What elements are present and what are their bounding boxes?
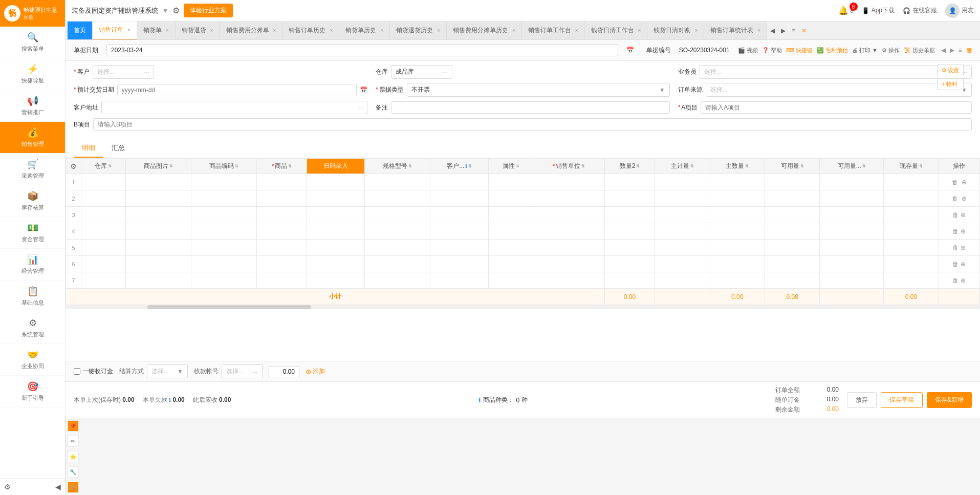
tab-sales-fee[interactable]: 销售费用分摊单 × xyxy=(220,21,283,40)
sidebar-item-guide[interactable]: 🎯 新手引导 xyxy=(0,376,65,407)
main-unit-sort-icon[interactable]: ⇅ xyxy=(690,164,694,168)
add-payment-button[interactable]: ⊕ 添加 xyxy=(306,367,325,376)
row-2-image[interactable] xyxy=(125,190,191,207)
tab-close-sales-order[interactable]: × xyxy=(127,27,130,33)
attribute-sort-icon[interactable]: ⇅ xyxy=(516,164,519,168)
row-6-main-qty[interactable] xyxy=(710,256,765,272)
row-5-product[interactable] xyxy=(257,240,307,256)
user-menu[interactable]: 👤 用友 xyxy=(945,4,974,18)
right-panel-edit-icon[interactable]: ✏ xyxy=(68,436,79,447)
customer-code-sort-icon[interactable]: ⇅ xyxy=(468,164,472,168)
row-6-product[interactable] xyxy=(257,256,307,272)
row-7-available[interactable] xyxy=(765,272,819,289)
row-6-customer-code[interactable] xyxy=(430,256,489,272)
sidebar-item-inventory[interactable]: 📦 库存核算 xyxy=(0,185,65,217)
profit-btn[interactable]: 💹 毛利预估 xyxy=(817,47,848,54)
customer-address-select[interactable]: ··· xyxy=(101,101,367,114)
row-6-main-unit[interactable] xyxy=(655,256,710,272)
sidebar-item-system[interactable]: ⚙ 系统管理 xyxy=(0,312,65,344)
b-project-input[interactable] xyxy=(93,118,972,131)
tab-detail[interactable]: 明细 xyxy=(74,139,103,158)
product-name-sort-icon[interactable]: ⇅ xyxy=(288,164,292,168)
row-2-main-unit[interactable] xyxy=(655,190,710,207)
tab-order-workbench[interactable]: 销售订单工作台 × xyxy=(522,21,585,40)
sales-unit-sort-icon[interactable]: ⇅ xyxy=(581,164,585,168)
row-6-attribute[interactable] xyxy=(489,256,533,272)
tab-fee-history[interactable]: 销售费用分摊单历史 × xyxy=(447,21,522,40)
prev-record-icon[interactable]: ◀ xyxy=(941,47,946,54)
row-7-sales-unit[interactable] xyxy=(533,272,605,289)
available-sort-icon[interactable]: ⇅ xyxy=(800,164,804,168)
row-1-main-qty[interactable] xyxy=(710,174,765,190)
row-7-main-qty[interactable] xyxy=(710,272,765,289)
product-image-sort-icon[interactable]: ⇅ xyxy=(169,164,173,168)
column-settings-icon[interactable]: ⚙ xyxy=(70,162,77,170)
print-btn[interactable]: 🖨 打印 ▼ xyxy=(852,47,878,54)
tab-sales-slip[interactable]: 销货单 × xyxy=(137,21,176,40)
tab-close-sales-return[interactable]: × xyxy=(210,28,213,33)
sidebar-item-enterprise[interactable]: 🤝 企业协同 xyxy=(0,344,65,376)
row-2-main-qty[interactable] xyxy=(710,190,765,207)
payment-amount-input[interactable] xyxy=(269,366,299,377)
row-3-sales-unit[interactable] xyxy=(533,207,605,223)
row-4-stock[interactable] xyxy=(884,223,939,240)
row-3-stock[interactable] xyxy=(884,207,939,223)
row-2-scan[interactable] xyxy=(307,190,365,207)
row-1-available[interactable] xyxy=(765,174,819,190)
row-3-main-qty[interactable] xyxy=(710,207,765,223)
row-7-qty2[interactable] xyxy=(604,272,655,289)
copy-row-2-icon[interactable]: ⊕ xyxy=(962,195,967,202)
delete-row-4-icon[interactable]: 🗑 xyxy=(952,228,959,235)
tab-close-cash-wb[interactable]: × xyxy=(638,28,641,33)
sidebar-collapse-icon[interactable]: ◀ xyxy=(55,483,61,491)
row-3-spec[interactable] xyxy=(364,207,430,223)
sidebar-item-operations[interactable]: 📊 经营管理 xyxy=(0,249,65,281)
row-1-sales-unit[interactable] xyxy=(533,174,605,190)
row-4-sales-unit[interactable] xyxy=(533,223,605,240)
row-2-qty2[interactable] xyxy=(604,190,655,207)
row-5-code[interactable] xyxy=(191,240,256,256)
row-2-attribute[interactable] xyxy=(489,190,533,207)
row-1-main-unit[interactable] xyxy=(655,174,710,190)
row-4-qty2[interactable] xyxy=(604,223,655,240)
sidebar-item-search[interactable]: 🔍 搜索菜单 xyxy=(0,27,65,58)
row-4-available2[interactable] xyxy=(820,223,884,240)
tab-sales-stats[interactable]: 销售订单统计表 × xyxy=(704,21,767,40)
row-4-warehouse[interactable] xyxy=(81,223,126,240)
available2-sort-icon[interactable]: ⇅ xyxy=(862,164,866,168)
row-5-warehouse[interactable] xyxy=(81,240,126,256)
row-6-qty2[interactable] xyxy=(604,256,655,272)
row-7-scan[interactable] xyxy=(307,272,365,289)
row-2-product[interactable] xyxy=(257,190,307,207)
row-6-image[interactable] xyxy=(125,256,191,272)
row-1-image[interactable] xyxy=(125,174,191,190)
sidebar-item-basic[interactable]: 📋 基础信息 xyxy=(0,281,65,312)
row-7-image[interactable] xyxy=(125,272,191,289)
warehouse-expand-icon[interactable]: ··· xyxy=(442,68,448,76)
settings-gear-icon[interactable]: ⚙ xyxy=(172,6,180,15)
add-material-button[interactable]: + 物料 xyxy=(937,78,964,90)
shortcut-btn[interactable]: ⌨ 快捷键 xyxy=(786,47,813,54)
row-5-stock[interactable] xyxy=(884,240,939,256)
row-3-qty2[interactable] xyxy=(604,207,655,223)
sidebar-item-purchase[interactable]: 🛒 采购管理 xyxy=(0,154,65,185)
product-code-sort-icon[interactable]: ⇅ xyxy=(235,164,238,168)
row-3-warehouse[interactable] xyxy=(81,207,126,223)
solution-button[interactable]: 体验行业方案 xyxy=(184,4,233,17)
row-1-stock[interactable] xyxy=(884,174,939,190)
address-expand-icon[interactable]: ··· xyxy=(357,103,363,112)
row-4-code[interactable] xyxy=(191,223,256,240)
row-2-warehouse[interactable] xyxy=(81,190,126,207)
order-source-select[interactable]: 选择... ▼ xyxy=(706,83,972,97)
one-click-checkbox-input[interactable] xyxy=(74,368,80,375)
sidebar-item-nav[interactable]: ⚡ 快捷导航 xyxy=(0,58,65,90)
copy-row-5-icon[interactable]: ⊕ xyxy=(961,244,966,251)
row-1-product[interactable] xyxy=(257,174,307,190)
row-1-warehouse[interactable] xyxy=(81,174,126,190)
calendar-icon[interactable]: 📅 xyxy=(626,47,634,54)
row-1-scan[interactable] xyxy=(307,174,365,190)
tab-close-all-btn[interactable]: ✕ xyxy=(798,21,810,40)
row-7-attribute[interactable] xyxy=(489,272,533,289)
sidebar-item-marketing[interactable]: 📢 营销推广 xyxy=(0,90,65,122)
row-3-available[interactable] xyxy=(765,207,819,223)
